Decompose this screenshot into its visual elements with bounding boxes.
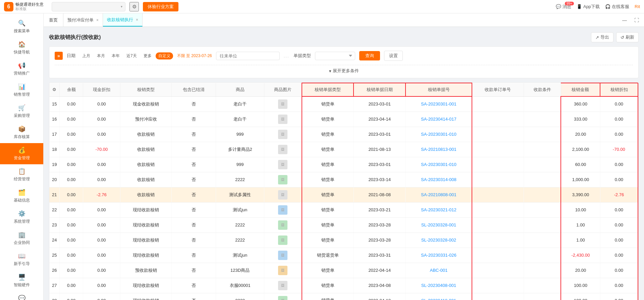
top-search-area: ▾ <box>52 2 125 11</box>
bill-no-link[interactable]: SA-20210808-001 <box>421 192 457 197</box>
message-icon: 💬 <box>556 4 561 9</box>
table-row: 260.000.00预收款核销否123D商品🖼销货单2022-04-14ABC-… <box>49 263 638 278</box>
industry-solution-button[interactable]: 休验行业方案 <box>143 2 178 11</box>
top-right-area: 💬 消息 99+ 📱 App下载 🎧 在线客服 Rit <box>556 4 640 10</box>
top-bar: 6 畅捷通谱好生意 标准版 ▾ ⚙ 休验行业方案 💬 消息 99+ 📱 App下… <box>0 0 644 13</box>
th-goods: 商品 <box>216 83 264 96</box>
date-pill-this-year[interactable]: 本年 <box>109 52 122 59</box>
bill-no-link[interactable]: SA-20230301-001 <box>421 101 457 106</box>
sidebar-item-quick[interactable]: 🏠 快捷导航 <box>0 37 43 58</box>
sidebar-item-search[interactable]: 🔍 搜索菜单 <box>0 16 43 37</box>
corp-icon: 🏢 <box>18 231 25 239</box>
query-button[interactable]: 查询 <box>359 51 380 60</box>
goods-image: 🖼 <box>278 205 287 215</box>
date-pill-more[interactable]: 更多 <box>141 52 154 59</box>
th-bill-type: 核销单据类型 <box>302 83 354 96</box>
table-row: 150.000.00现金收款核销否老白干🖼销货单2023-03-01SA-202… <box>49 96 638 112</box>
messages-button[interactable]: 💬 消息 99+ <box>556 4 571 10</box>
export-button[interactable]: ↗ 导出 <box>591 32 613 42</box>
app-download-button[interactable]: 📱 App下载 <box>577 4 600 10</box>
refresh-button[interactable]: ↺ 刷新 <box>616 32 639 42</box>
tab-fullscreen-button[interactable]: ⛶ <box>632 15 641 25</box>
table-row: 220.000.00现结收款核销否测试jun🖼销货单2023-03-21SA-2… <box>49 202 638 217</box>
date-label: 日期 <box>67 53 75 59</box>
service-icon: 🎧 <box>605 4 610 9</box>
sidebar-item-system[interactable]: ⚙️ 系统管理 <box>0 207 43 228</box>
sidebar-item-wechat[interactable]: 💬 企业微信 <box>0 291 43 300</box>
bill-type-label: 单据类型 <box>293 53 311 59</box>
goods-image: 🖼 <box>278 266 287 275</box>
date-range-display: 不限 至 2023-07-26 <box>177 53 212 59</box>
bill-no-link[interactable]: SL-20230418-001 <box>421 298 456 300</box>
th-include-settled: 包含已结清 <box>172 83 216 96</box>
sidebar-item-purchase[interactable]: 🛒 采购管理 <box>0 101 43 122</box>
bill-no-link[interactable]: SA-20230414-017 <box>421 117 457 122</box>
business-icon: 📋 <box>18 168 25 175</box>
table-row: 170.000.00收款核销否999🖼销货单2023-03-01SA-20230… <box>49 127 638 142</box>
filter-expand-button[interactable]: » <box>55 52 63 60</box>
date-pill-7days[interactable]: 近7天 <box>124 52 140 59</box>
tab-prepay[interactable]: 预付冲应付单 × <box>63 13 103 27</box>
tab-home[interactable]: 首页 <box>44 13 63 27</box>
tab-minimize-button[interactable]: — <box>620 15 629 25</box>
th-bill-no: 核销单据号 <box>406 83 472 96</box>
export-icon: ↗ <box>595 35 599 40</box>
table-row: 240.000.00现结收款核销否2222🖼销货单2023-03-28SL-20… <box>49 232 638 248</box>
sidebar-item-hardware[interactable]: 🖥️ 智能硬件 <box>0 270 43 291</box>
goods-image: 🖼 <box>278 175 287 184</box>
tab-close-receipt[interactable]: × <box>136 17 138 22</box>
expand-more-button[interactable]: ▾ 展开更多条件 <box>55 65 633 74</box>
system-icon: ⚙️ <box>18 210 25 217</box>
bill-no-link[interactable]: SA-20230331-026 <box>421 253 457 258</box>
goods-image: 🖼 <box>278 235 287 245</box>
partner-input[interactable] <box>216 52 280 60</box>
th-payment-terms: 收款条件 <box>524 83 561 96</box>
table-row: 250.000.00现结收款核销否测试jun🖼销货退货单2023-03-31SA… <box>49 248 638 263</box>
bill-no-link[interactable]: SL-20230328-002 <box>421 238 456 243</box>
settings-gear-button[interactable]: ⚙ <box>129 2 139 11</box>
bill-no-link[interactable]: SA-20210813-001 <box>421 147 457 152</box>
content-area: 首页 预付冲应付单 × 收款核销执行 × — ⛶ 收款核销执行(按收款) ↗ <box>44 13 644 300</box>
sidebar-item-sales[interactable]: 📊 销售管理 <box>0 80 43 101</box>
sidebar-item-guide[interactable]: 📖 新手引导 <box>0 249 43 270</box>
sidebar-item-corp[interactable]: 🏢 企业协同 <box>0 228 43 249</box>
tab-close-prepay[interactable]: × <box>96 18 99 23</box>
bill-no-link[interactable]: SA-20230301-010 <box>421 162 457 167</box>
bill-no-link[interactable]: SA-20230321-012 <box>421 207 457 212</box>
sidebar-item-finance[interactable]: 💰 资金管理 <box>0 143 43 164</box>
bill-no-link[interactable]: SA-20230301-010 <box>421 132 457 137</box>
table-row: 200.000.00收款核销否2222🖼销货单2023-03-14SA-2023… <box>49 172 638 187</box>
main-layout: 🔍 搜索菜单 🏠 快捷导航 📢 营销推广 📊 销售管理 🛒 采购管理 📦 库存核… <box>0 13 644 300</box>
th-write-off-type: 核销类型 <box>120 83 171 96</box>
bill-no-link[interactable]: SL-20230408-001 <box>421 283 456 288</box>
date-pill-custom[interactable]: 自定义 <box>156 52 173 59</box>
bill-no-link[interactable]: SA-20230314-008 <box>421 177 457 182</box>
bill-no-link[interactable]: SL-20230328-001 <box>421 222 456 227</box>
th-bill-date: 核销单据日期 <box>354 83 406 96</box>
sidebar-item-inventory[interactable]: 📦 库存核算 <box>0 122 43 143</box>
date-pill-this-month[interactable]: 本月 <box>94 52 108 59</box>
tab-right-controls: — ⛶ <box>620 15 644 25</box>
sidebar-item-business[interactable]: 📋 经营管理 <box>0 164 43 185</box>
top-search-input[interactable] <box>55 4 119 9</box>
online-service-button[interactable]: 🎧 在线客服 <box>605 4 629 10</box>
th-gear[interactable]: ⚙ <box>49 83 60 96</box>
table-row: 230.000.00现结收款核销否2222🖼销货单2023-03-28SL-20… <box>49 217 638 232</box>
bill-no-link[interactable]: ABC-001 <box>430 268 448 273</box>
chevron-down-icon: ▾ <box>329 69 331 74</box>
date-pills: 上月 本月 本年 近7天 更多 自定义 <box>79 52 173 59</box>
sidebar-item-marketing[interactable]: 📢 营销推广 <box>0 58 43 80</box>
hardware-icon: 🖥️ <box>18 273 25 281</box>
filter-settings-button[interactable]: 设置 <box>384 51 403 61</box>
user-name[interactable]: Rit <box>635 4 640 9</box>
bill-type-select[interactable] <box>315 52 355 60</box>
sales-icon: 📊 <box>18 83 25 90</box>
goods-image: 🖼 <box>278 115 287 124</box>
goods-image: 🖼 <box>278 220 287 230</box>
table-row: 210.00-2.76收款核销否测试多属性🖼销货单2021-08-08SA-20… <box>49 187 638 202</box>
sidebar-item-basic[interactable]: 🗂️ 基础信息 <box>0 185 43 207</box>
date-pill-last-month[interactable]: 上月 <box>79 52 93 59</box>
guide-icon: 📖 <box>18 252 25 260</box>
table-row: 280.000.00现结收款核销否2222🖼销货单2023-04-18SL-20… <box>49 293 638 300</box>
tab-receipt[interactable]: 收款核销执行 × <box>103 13 143 27</box>
